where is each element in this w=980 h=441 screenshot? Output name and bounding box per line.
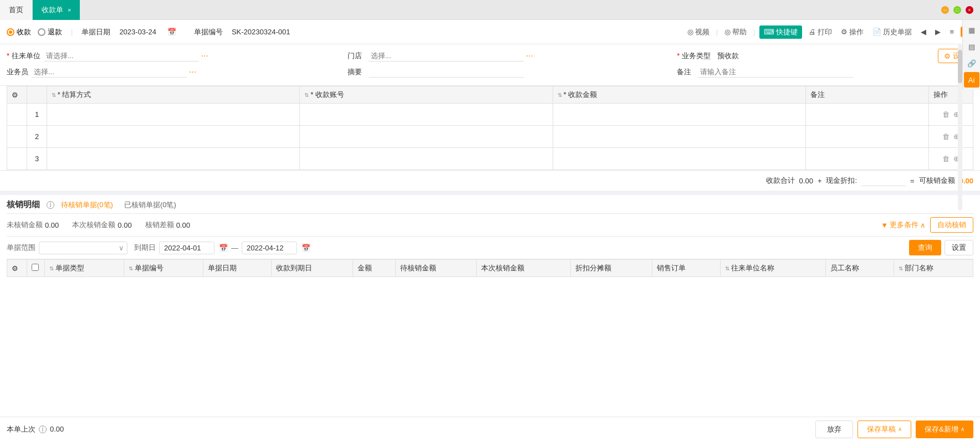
tab-home[interactable]: 首页 xyxy=(0,0,33,20)
video-button[interactable]: ◎ 视频 xyxy=(685,26,712,38)
abandon-button[interactable]: 放弃 xyxy=(815,421,853,438)
window-maximize-button[interactable]: □ xyxy=(953,6,961,14)
verif-title: 核销明细 xyxy=(7,199,40,210)
salesperson-input[interactable] xyxy=(32,66,187,78)
setting-button[interactable]: 设置 xyxy=(945,240,973,255)
scroll-thumb xyxy=(958,50,962,83)
bt-doctype-header: ⇅ 单据类型 xyxy=(45,260,124,277)
sidebar-ai-icon[interactable]: Ai xyxy=(964,72,979,88)
diff-value: 0.00 xyxy=(176,221,190,229)
window-close-button[interactable]: × xyxy=(966,6,973,14)
row-delete-icon[interactable]: 🗑 xyxy=(942,110,950,119)
biz-type-field: 业务类型 预收款 ⚙ 设置 xyxy=(666,49,973,63)
sidebar-link-icon[interactable]: 🔗 xyxy=(964,55,979,71)
sort-icon-account: ⇅ xyxy=(304,92,310,98)
summary-input[interactable] xyxy=(369,66,524,78)
table-settings-header[interactable]: ⚙ xyxy=(7,86,27,104)
form-area: 往来单位 ··· 门店 ··· 业务类型 预收款 ⚙ 设置 xyxy=(0,44,980,86)
select-all-checkbox[interactable] xyxy=(32,264,39,271)
store-more-icon[interactable]: ··· xyxy=(526,52,533,60)
save-draft-arrow-icon: ∧ xyxy=(898,426,902,432)
footer-value: 0.00 xyxy=(50,425,64,433)
calendar-icon[interactable]: 📅 xyxy=(167,28,176,36)
row-amount-cell[interactable] xyxy=(553,104,805,126)
docnum-value: SK-20230324-001 xyxy=(232,28,290,36)
more-conditions-button[interactable]: ▼ 更多条件 ∧ xyxy=(881,220,926,230)
row-settlement-cell[interactable] xyxy=(47,148,300,170)
query-button[interactable]: 查询 xyxy=(909,240,941,255)
row-remark-cell[interactable] xyxy=(806,104,929,126)
actions-button[interactable]: ⚙ 操作 xyxy=(839,26,866,38)
ai-label: Ai xyxy=(968,76,975,84)
net-label: 可核销金额 xyxy=(919,176,955,186)
settings-gear-icon: ⚙ xyxy=(944,52,951,60)
verif-info-icon[interactable]: i xyxy=(47,201,54,209)
toolbar-right: ◎ 视频 | ◎ 帮助 | ⌨ 快捷键 🖨 打印 ⚙ 操作 📄 xyxy=(685,25,973,39)
salesperson-more-icon[interactable]: ··· xyxy=(189,68,196,76)
sort-icon-amount: ⇅ xyxy=(558,92,564,98)
date-from-cal-icon[interactable]: 📅 xyxy=(219,244,228,252)
row-settlement-cell[interactable] xyxy=(47,126,300,148)
row-account-cell[interactable] xyxy=(300,148,553,170)
doc-range-select[interactable] xyxy=(39,242,127,254)
counterpart-input[interactable] xyxy=(44,50,199,61)
stat-right: ▼ 更多条件 ∧ 自动核销 xyxy=(881,217,973,233)
remark-input[interactable] xyxy=(698,66,853,78)
row-account-cell[interactable] xyxy=(300,126,553,148)
row-amount-cell[interactable] xyxy=(553,148,805,170)
row-delete-icon[interactable]: 🗑 xyxy=(942,155,950,163)
nav-left-button[interactable]: ◀ xyxy=(918,27,928,37)
col-account-header: ⇅ * 收款账号 xyxy=(300,86,553,104)
date-to-cal-icon[interactable]: 📅 xyxy=(302,244,310,252)
tab-close-icon[interactable]: × xyxy=(68,7,71,13)
footer-info-icon[interactable]: i xyxy=(39,425,47,433)
row-settlement-cell[interactable] xyxy=(47,104,300,126)
tab-active[interactable]: 收款单 × xyxy=(33,0,80,20)
biz-type-label: 业务类型 xyxy=(677,51,711,61)
history-button[interactable]: 📄 历史单据 xyxy=(870,26,914,38)
row-remark-cell[interactable] xyxy=(806,148,929,170)
bt-counterpart-header: ⇅ 往来单位名称 xyxy=(721,260,825,277)
row-account-cell[interactable] xyxy=(300,104,553,126)
due-date-label: 到期日 xyxy=(134,243,156,253)
completed-tab-link[interactable]: 已核销单据(0笔) xyxy=(124,200,176,210)
remark-field: 备注 xyxy=(666,66,973,78)
date-to-input[interactable] xyxy=(242,242,297,254)
scroll-track[interactable] xyxy=(958,44,962,211)
nav-right-button[interactable]: ▶ xyxy=(933,27,943,37)
sidebar-table-icon[interactable]: ▦ xyxy=(964,22,979,38)
row-amount-cell[interactable] xyxy=(553,126,805,148)
filter-icon: ▼ xyxy=(881,221,888,229)
date-from-input[interactable] xyxy=(159,242,215,254)
store-input[interactable] xyxy=(369,50,524,61)
help-button[interactable]: ◎ 帮助 xyxy=(722,26,749,38)
counterpart-more-icon[interactable]: ··· xyxy=(201,52,208,60)
unverified-stat: 未核销金额 0.00 xyxy=(7,220,59,230)
shortcut-button[interactable]: ⌨ 快捷键 xyxy=(759,25,802,39)
row-delete-icon[interactable]: 🗑 xyxy=(942,132,950,141)
unverified-value: 0.00 xyxy=(45,221,59,229)
radio-refund[interactable]: 退款 xyxy=(38,27,62,37)
layout1-button[interactable]: ≡ xyxy=(947,27,956,37)
save-new-arrow-icon: ∧ xyxy=(961,426,964,432)
print-button[interactable]: 🖨 打印 xyxy=(807,26,834,38)
save-draft-button[interactable]: 保存草稿 ∧ xyxy=(858,421,911,438)
discount-input[interactable] xyxy=(861,175,906,186)
pending-tab-link[interactable]: 待核销单据(0笔) xyxy=(61,200,113,210)
main-table: ⚙ ⇅ * 结算方式 ⇅ * 收款账号 ⇅ * 收款金额 xyxy=(7,86,973,170)
row-num-cell: 3 xyxy=(27,148,47,170)
bt-settings-icon: ⚙ xyxy=(12,264,18,273)
table-settings-icon: ⚙ xyxy=(12,91,18,99)
save-new-button[interactable]: 保存&新增 ∧ xyxy=(916,421,973,438)
sidebar-list-icon[interactable]: ▤ xyxy=(964,39,979,54)
bt-salesorder-header: 销售订单 xyxy=(652,260,721,277)
row-remark-cell[interactable] xyxy=(806,126,929,148)
current-verif-label: 本次核销金额 xyxy=(72,220,115,230)
radio-receipts-dot xyxy=(7,28,14,36)
separator-2: | xyxy=(716,28,718,36)
window-minimize-button[interactable]: – xyxy=(941,6,949,14)
bt-settings-header[interactable]: ⚙ xyxy=(7,260,27,277)
unverified-label: 未核销金额 xyxy=(7,220,43,230)
radio-receipts[interactable]: 收款 xyxy=(7,27,31,37)
auto-verify-button[interactable]: 自动核销 xyxy=(930,217,973,233)
